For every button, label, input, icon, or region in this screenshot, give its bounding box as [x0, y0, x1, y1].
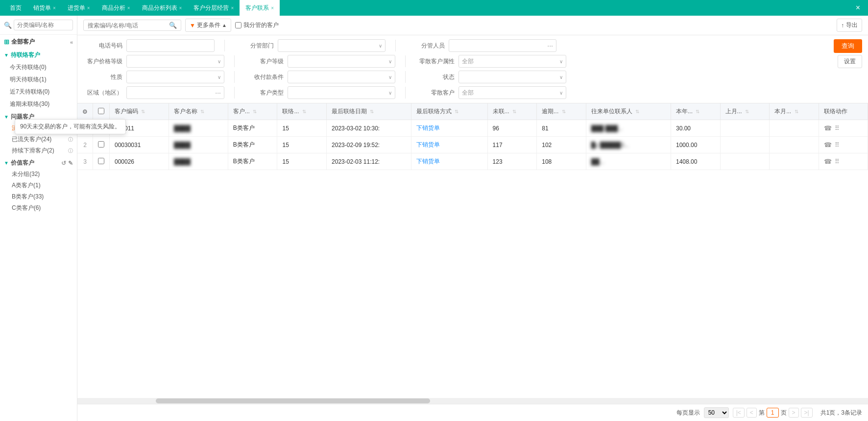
sidebar-collapse-btn[interactable]: «	[70, 39, 73, 45]
col-type[interactable]: 客户... ⇅	[228, 103, 277, 120]
sidebar-item-class-b[interactable]: B类客户(33)	[0, 191, 77, 202]
export-button[interactable]: ↑ 导出	[837, 19, 862, 32]
search-input[interactable]	[88, 22, 169, 29]
nav-goods-list[interactable]: 商品分析列表 ×	[136, 0, 188, 16]
page-size-selector[interactable]: 50 20 100	[704, 407, 729, 418]
sidebar-all-customers[interactable]: ⊞ 全部客户 «	[0, 35, 77, 49]
filter-customer-type-select[interactable]: ∨	[288, 86, 395, 99]
row-check-2[interactable]	[93, 137, 110, 153]
sort-icon-10: ⇅	[696, 109, 699, 114]
first-page-btn[interactable]: |<	[733, 408, 745, 418]
filter-row-1: 电话号码 分管部门 ∨ 分管人员 ···	[83, 39, 828, 52]
row-way-1[interactable]: 下销货单	[411, 120, 487, 137]
search-box[interactable]: 🔍	[83, 20, 181, 31]
sort-icon-12: ⇅	[795, 109, 798, 114]
filter-panel: 电话号码 分管部门 ∨ 分管人员 ···	[77, 35, 868, 103]
sidebar-group-value[interactable]: ▼ 价值客户 ↺ ✎	[0, 156, 77, 169]
col-last-way[interactable]: 最后联络方式 ⇅	[411, 103, 487, 120]
nav-customer-layer-close[interactable]: ×	[231, 5, 234, 11]
col-code[interactable]: 客户编码 ⇅	[110, 103, 169, 120]
window-close-button[interactable]: ×	[852, 3, 864, 12]
row-checkbox-2[interactable]	[98, 141, 104, 148]
col-contact-person[interactable]: 往来单位联系人 ⇅	[586, 103, 671, 120]
more-action-icon-2[interactable]: ⠿	[835, 141, 840, 149]
col-unlink[interactable]: 未联... ⇅	[487, 103, 537, 120]
filter-payment-select[interactable]: ∨	[288, 71, 395, 83]
row-way-3[interactable]: 下销货单	[411, 153, 487, 170]
my-customers-checkbox[interactable]: 我分管的客户	[235, 21, 279, 29]
col-this-year[interactable]: 本年... ⇅	[671, 103, 720, 120]
col-overdue[interactable]: 逾期... ⇅	[537, 103, 586, 120]
nav-sales[interactable]: 销货单 ×	[27, 0, 62, 16]
nav-goods-analysis-close[interactable]: ×	[127, 5, 130, 11]
col-checkbox[interactable]	[93, 103, 110, 120]
nav-purchase-close[interactable]: ×	[87, 5, 90, 11]
sidebar-item-today[interactable]: 今天待联络(0)	[0, 61, 77, 74]
last-page-btn[interactable]: >|	[801, 408, 813, 418]
horizontal-scrollbar[interactable]	[77, 398, 868, 404]
page-size-select[interactable]: 50 20 100	[704, 407, 729, 418]
filter-btn[interactable]: ▼ 更多条件 ▲	[185, 19, 231, 32]
sidebar-search-input[interactable]	[14, 20, 73, 30]
filter-price-level-select[interactable]: ∨	[126, 55, 224, 68]
sidebar-item-class-a[interactable]: A类客户(1)	[0, 180, 77, 191]
more-dots-1[interactable]: ···	[547, 42, 553, 50]
col-last-month[interactable]: 上月... ⇅	[720, 103, 770, 120]
row-way-link-2[interactable]: 下销货单	[416, 141, 440, 148]
sidebar-item-ungrouped[interactable]: 未分组(32)	[0, 169, 77, 180]
blurred-name-1: ████	[174, 125, 191, 132]
call-icon-2[interactable]: ☎	[824, 141, 832, 149]
nav-purchase[interactable]: 进货单 ×	[62, 0, 96, 16]
more-dots-2[interactable]: ···	[215, 89, 221, 97]
filter-phone-input[interactable]	[126, 39, 215, 52]
col-this-month[interactable]: 本月... ⇅	[770, 103, 819, 120]
query-button[interactable]: 查询	[834, 39, 862, 53]
refresh-icon[interactable]: ↺	[61, 160, 66, 167]
sidebar-item-tomorrow[interactable]: 明天待联络(1)	[0, 74, 77, 86]
nav-goods-list-close[interactable]: ×	[179, 5, 182, 11]
col-last-date[interactable]: 最后联络日期 ⇅	[327, 103, 411, 120]
table-row: 1 000011 ████ B类客户 15 2023-03-02 10:30: …	[77, 120, 868, 137]
filter-dept-select[interactable]: ∨	[278, 39, 386, 52]
nav-goods-analysis[interactable]: 商品分析 ×	[96, 0, 136, 16]
filter-customer-level-select[interactable]: ∨	[288, 55, 395, 68]
sidebar-item-churned[interactable]: 已流失客户(24) ⓘ	[0, 134, 77, 145]
export-label: 导出	[846, 21, 858, 29]
search-icon[interactable]: 🔍	[169, 22, 177, 29]
row-way-link-1[interactable]: 下销货单	[416, 124, 440, 131]
prev-page-btn[interactable]: <	[747, 408, 757, 418]
filter-region-select[interactable]: ···	[126, 86, 224, 99]
more-action-icon-1[interactable]: ⠿	[835, 124, 840, 132]
col-settings[interactable]: ⚙	[77, 103, 93, 120]
select-all-checkbox[interactable]	[98, 108, 104, 114]
sidebar-item-class-c[interactable]: C类客户(6)	[0, 202, 77, 214]
filter-nature-select[interactable]: ∨	[126, 71, 224, 83]
filter-zero-customer-select[interactable]: 全部 ∨	[458, 86, 566, 99]
filter-person-select[interactable]: ···	[449, 39, 556, 52]
sidebar-item-declining[interactable]: 持续下滑客户(2) ⓘ	[0, 145, 77, 156]
edit-icon[interactable]: ✎	[68, 160, 73, 167]
filter-zero-attr-select[interactable]: 全部 ∨	[458, 55, 566, 68]
row-way-link-3[interactable]: 下销货单	[416, 158, 440, 165]
nav-sales-close[interactable]: ×	[53, 5, 56, 11]
col-contact[interactable]: 联络... ⇅	[277, 103, 327, 120]
more-action-icon-3[interactable]: ⠿	[835, 158, 840, 165]
sidebar-group-pending[interactable]: ▼ 待联络客户	[0, 49, 77, 61]
nav-customer-contact-close[interactable]: ×	[271, 5, 274, 11]
sidebar-item-overdue[interactable]: 逾期未联络(30)	[0, 98, 77, 110]
row-way-2[interactable]: 下销货单	[411, 137, 487, 153]
filter-status-select[interactable]: ∨	[458, 71, 566, 83]
nav-customer-contact[interactable]: 客户联系 ×	[240, 0, 280, 16]
row-checkbox-3[interactable]	[98, 158, 104, 164]
col-name[interactable]: 客户名称 ⇅	[169, 103, 228, 120]
call-icon-1[interactable]: ☎	[824, 124, 832, 132]
nav-home[interactable]: 首页	[4, 0, 27, 16]
my-customers-check[interactable]	[235, 22, 241, 28]
settings-button[interactable]: 设置	[838, 55, 862, 68]
scroll-thumb[interactable]	[156, 398, 430, 403]
next-page-btn[interactable]: >	[789, 408, 799, 418]
sidebar-item-week[interactable]: 近7天待联络(0)	[0, 86, 77, 98]
call-icon-3[interactable]: ☎	[824, 158, 832, 165]
nav-customer-layer[interactable]: 客户分层经营 ×	[188, 0, 240, 16]
row-check-3[interactable]	[93, 153, 110, 170]
